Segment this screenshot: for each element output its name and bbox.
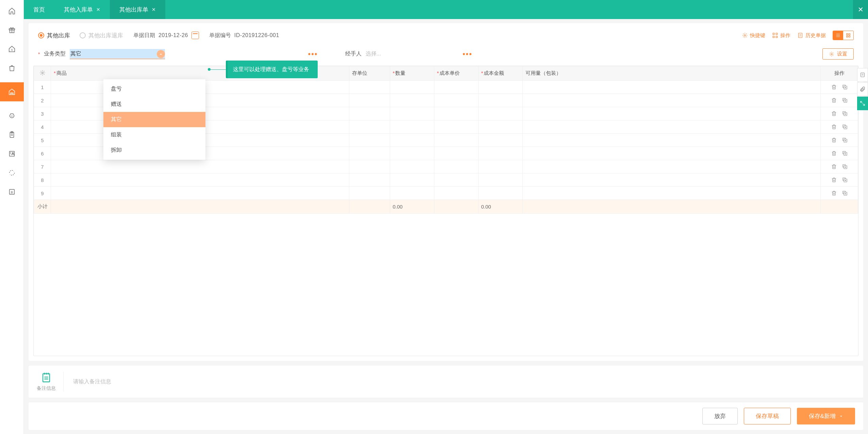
copy-add-icon[interactable] bbox=[842, 164, 848, 170]
close-icon[interactable]: ✕ bbox=[96, 7, 100, 12]
chevron-up-icon[interactable] bbox=[157, 50, 165, 58]
delete-icon[interactable] bbox=[831, 124, 837, 130]
copy-add-icon[interactable] bbox=[842, 111, 848, 117]
delete-icon[interactable] bbox=[831, 164, 837, 170]
row-number: 7 bbox=[34, 160, 51, 173]
col-action: 操作 bbox=[821, 66, 858, 81]
tab-other-in[interactable]: 其他入库单✕ bbox=[54, 0, 110, 19]
delete-icon[interactable] bbox=[831, 84, 837, 90]
biz-type-select[interactable]: 其它 bbox=[70, 49, 165, 59]
copy-add-icon[interactable] bbox=[842, 190, 848, 196]
row-number: 8 bbox=[34, 173, 51, 187]
nav-gift-icon[interactable] bbox=[7, 25, 17, 35]
radio-label: 其他出库退库 bbox=[88, 32, 123, 39]
nav-new-icon[interactable]: 新 bbox=[7, 187, 17, 197]
action-label: 快捷键 bbox=[750, 32, 765, 39]
svg-rect-19 bbox=[849, 36, 850, 37]
table-row[interactable]: 8 bbox=[34, 173, 858, 187]
required-mark: * bbox=[38, 51, 40, 57]
table-row[interactable]: 7 bbox=[34, 160, 858, 173]
copy-add-icon[interactable] bbox=[842, 97, 848, 103]
row-number: 9 bbox=[34, 187, 51, 200]
svg-rect-18 bbox=[847, 36, 848, 37]
nav-contact-icon[interactable] bbox=[7, 149, 17, 158]
delete-icon[interactable] bbox=[831, 137, 837, 143]
radio-other-out-return[interactable]: 其他出库退库 bbox=[80, 32, 123, 39]
dropdown-option[interactable]: 拆卸 bbox=[103, 143, 205, 158]
nav-pouch-icon[interactable]: ¥ bbox=[7, 111, 17, 120]
save-draft-button[interactable]: 保存草稿 bbox=[744, 408, 791, 424]
dropdown-option[interactable]: 组装 bbox=[103, 127, 205, 143]
rail-attachment-icon[interactable] bbox=[857, 82, 868, 96]
view-toggle bbox=[833, 31, 854, 40]
field-label: 业务类型 bbox=[44, 50, 66, 57]
col-available: 可用量（包装） bbox=[522, 66, 821, 81]
col-cost-amount: *成本金额 bbox=[478, 66, 522, 81]
remark-title: 备注信息 bbox=[37, 385, 56, 391]
doc-number: 单据编号 ID-20191226-001 bbox=[209, 32, 279, 39]
col-unit: 存单位 bbox=[349, 66, 390, 81]
action-label: 操作 bbox=[780, 32, 790, 39]
tab-other-out[interactable]: 其他出库单✕ bbox=[110, 0, 165, 19]
doc-type-radio-group: 其他出库 其他出库退库 bbox=[38, 32, 123, 39]
right-rail bbox=[857, 68, 868, 110]
shortcut-action[interactable]: 快捷键 bbox=[742, 32, 765, 39]
operate-action[interactable]: 操作 bbox=[772, 32, 790, 39]
col-qty: *数量 bbox=[390, 66, 434, 81]
field-label: 经手人 bbox=[345, 50, 362, 57]
tab-label: 首页 bbox=[33, 6, 45, 14]
close-all-tabs[interactable]: ✕ bbox=[853, 0, 868, 19]
nav-sync-icon[interactable] bbox=[7, 168, 17, 178]
col-cost-price: *成本单价 bbox=[434, 66, 478, 81]
more-dots-icon[interactable]: ••• bbox=[463, 50, 472, 59]
row-number: 4 bbox=[34, 120, 51, 134]
remark-section: 备注信息 bbox=[29, 366, 863, 398]
handler-field: 经手人 选择... bbox=[345, 50, 381, 57]
copy-add-icon[interactable] bbox=[842, 124, 848, 130]
col-settings[interactable] bbox=[34, 66, 51, 81]
svg-rect-12 bbox=[776, 33, 778, 35]
calendar-icon[interactable] bbox=[191, 32, 199, 39]
copy-add-icon[interactable] bbox=[842, 84, 848, 90]
svg-text:$: $ bbox=[11, 48, 12, 51]
rail-notes-icon[interactable] bbox=[857, 68, 868, 82]
delete-icon[interactable] bbox=[831, 177, 837, 183]
save-new-button[interactable]: 保存&新增 bbox=[797, 408, 855, 424]
button-label: 设置 bbox=[837, 51, 847, 57]
settings-button[interactable]: 设置 bbox=[822, 48, 854, 60]
discard-button[interactable]: 放弃 bbox=[702, 408, 738, 424]
copy-add-icon[interactable] bbox=[842, 150, 848, 156]
nav-warehouse-icon[interactable] bbox=[0, 82, 24, 101]
history-action[interactable]: 历史单据 bbox=[797, 32, 826, 39]
dropdown-option[interactable]: 赠送 bbox=[103, 97, 205, 112]
nav-bag-icon[interactable] bbox=[7, 63, 17, 73]
subtotal-label: 小计 bbox=[34, 200, 51, 214]
copy-add-icon[interactable] bbox=[842, 177, 848, 183]
row-number: 1 bbox=[34, 81, 51, 94]
delete-icon[interactable] bbox=[831, 97, 837, 103]
more-dots-icon[interactable]: ••• bbox=[308, 50, 318, 59]
nav-clipboard-icon[interactable] bbox=[7, 130, 17, 139]
doc-date-value[interactable]: 2019-12-26 bbox=[158, 32, 188, 38]
nav-home-icon[interactable] bbox=[7, 6, 17, 16]
dropdown-option[interactable]: 其它 bbox=[103, 112, 205, 127]
tab-home[interactable]: 首页 bbox=[24, 0, 54, 19]
delete-icon[interactable] bbox=[831, 111, 837, 117]
dropdown-option[interactable]: 盘亏 bbox=[103, 81, 205, 97]
view-list-icon[interactable] bbox=[833, 31, 843, 40]
delete-icon[interactable] bbox=[831, 190, 837, 196]
row-number: 3 bbox=[34, 107, 51, 120]
biz-type-dropdown: 盘亏赠送其它组装拆卸 bbox=[103, 79, 205, 160]
nav-money-home-icon[interactable]: $ bbox=[7, 44, 17, 54]
delete-icon[interactable] bbox=[831, 150, 837, 156]
close-icon[interactable]: ✕ bbox=[152, 7, 156, 12]
biz-type-field: * 业务类型 其它 bbox=[38, 49, 165, 59]
copy-add-icon[interactable] bbox=[842, 137, 848, 143]
table-row[interactable]: 9 bbox=[34, 187, 858, 200]
remark-input[interactable] bbox=[73, 379, 855, 385]
handler-select[interactable]: 选择... bbox=[366, 50, 381, 57]
subtotal-qty: 0.00 bbox=[390, 200, 434, 214]
rail-expand-icon[interactable] bbox=[857, 97, 868, 110]
radio-other-out[interactable]: 其他出库 bbox=[38, 32, 70, 39]
view-grid-icon[interactable] bbox=[843, 31, 853, 40]
